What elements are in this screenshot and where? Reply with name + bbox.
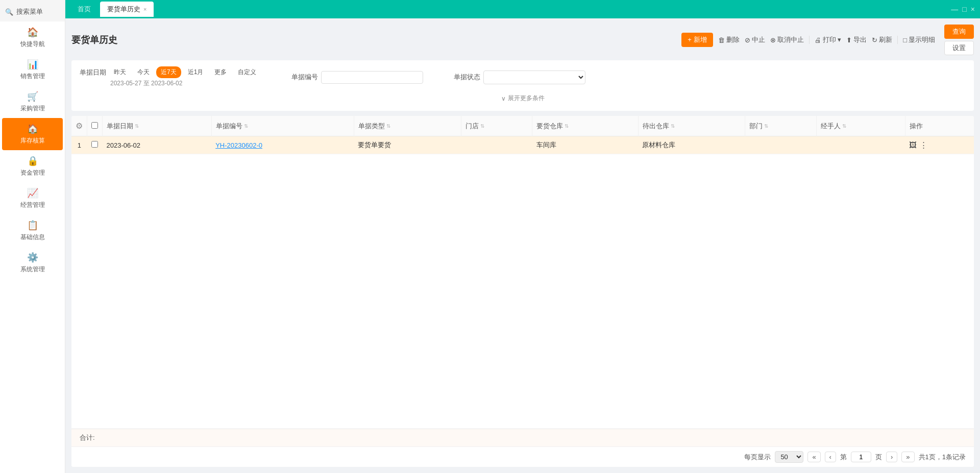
sidebar-item-label: 销售管理 — [20, 72, 45, 81]
delete-button[interactable]: 🗑 删除 — [718, 35, 740, 44]
sidebar-item-label: 快捷导航 — [20, 40, 45, 49]
tab-home-label: 首页 — [78, 5, 91, 14]
footer-summary: 合计: — [71, 429, 974, 446]
refresh-button[interactable]: ↻ 刷新 — [872, 35, 892, 44]
search-icon: 🔍 — [5, 8, 13, 16]
row-pending-warehouse: 原材料仓库 — [638, 136, 745, 154]
dept-sort-icon[interactable]: ⇅ — [764, 123, 768, 129]
expand-more-label: 展开更多条件 — [508, 94, 545, 103]
export-label: 导出 — [853, 35, 867, 44]
row-checkbox[interactable] — [91, 141, 98, 148]
page-size-label: 每页显示 — [744, 453, 771, 462]
show-detail-button[interactable]: □ 显示明细 — [903, 35, 935, 44]
row-order-no-link[interactable]: YH-20230602-0 — [215, 141, 262, 149]
delete-label: 删除 — [726, 35, 740, 44]
delete-icon: 🗑 — [718, 36, 725, 44]
page-title: 要货单历史 — [71, 34, 117, 46]
row-actions: 🖼 ⋮ — [905, 136, 974, 154]
date-range-text: 2023-05-27 至 2023-06-02 — [110, 79, 182, 88]
th-date-label: 单据日期 — [107, 122, 133, 131]
stop-icon: ⊘ — [745, 36, 750, 44]
row-view-icon[interactable]: 🖼 — [909, 140, 917, 150]
sidebar-item-operations[interactable]: 📈 经营管理 — [0, 182, 65, 215]
first-page-btn[interactable]: « — [807, 452, 820, 462]
date-btn-more[interactable]: 更多 — [210, 66, 231, 78]
row-handler — [817, 136, 905, 154]
expand-more-btn[interactable]: ∨ 展开更多条件 — [80, 92, 966, 105]
sidebar-search[interactable]: 🔍 搜索菜单 — [0, 0, 65, 21]
pagination-bar: 每页显示 10 20 50 100 « ‹ 第 页 › » 共1页，1条记录 — [71, 446, 974, 467]
th-actions-label: 操作 — [910, 122, 923, 130]
store-sort-icon[interactable]: ⇅ — [480, 123, 484, 129]
query-button[interactable]: 查询 — [944, 25, 974, 39]
last-page-btn[interactable]: » — [901, 452, 914, 462]
sidebar-item-sales[interactable]: 📊 销售管理 — [0, 54, 65, 86]
print-button[interactable]: 🖨 打印 ▾ — [815, 35, 842, 44]
sidebar-item-label: 采购管理 — [20, 104, 45, 113]
next-page-btn[interactable]: › — [886, 452, 897, 462]
cancel-stop-button[interactable]: ⊗ 取消中止 — [770, 35, 804, 44]
pending-warehouse-sort-icon[interactable]: ⇅ — [671, 123, 675, 129]
row-num: 1 — [71, 136, 87, 154]
window-minimize-icon[interactable]: — — [951, 5, 958, 13]
status-label: 单据状态 — [454, 73, 480, 82]
sidebar-item-label: 系统管理 — [20, 265, 45, 274]
sidebar-item-purchase[interactable]: 🛒 采购管理 — [0, 86, 65, 118]
window-restore-icon[interactable]: □ — [962, 5, 966, 13]
data-table: ⚙ 单据日期 ⇅ 单据编号 — [71, 116, 974, 154]
th-dept-label: 部门 — [749, 122, 763, 131]
th-type: 单据类型 ⇅ — [354, 116, 461, 136]
th-handler: 经手人 ⇅ — [817, 116, 905, 136]
export-icon: ⬆ — [846, 36, 852, 44]
req-warehouse-sort-icon[interactable]: ⇅ — [565, 123, 569, 129]
new-button[interactable]: + 新增 — [681, 33, 713, 47]
sidebar-item-label: 资金管理 — [20, 169, 45, 177]
sidebar-item-quick-nav[interactable]: 🏠 快捷导航 — [0, 21, 65, 54]
header-actions: + 新增 🗑 删除 ⊘ 中止 ⊗ 取消中止 🖨 打印 ▾ — [681, 25, 974, 55]
chevron-down-icon: ∨ — [501, 95, 506, 102]
page-size-select[interactable]: 10 20 50 100 — [775, 451, 803, 463]
sidebar-item-system[interactable]: ⚙️ 系统管理 — [0, 247, 65, 279]
th-handler-label: 经手人 — [821, 122, 841, 131]
sidebar-item-finance[interactable]: 🔒 资金管理 — [0, 150, 65, 182]
basic-info-icon: 📋 — [27, 220, 38, 231]
date-btn-custom[interactable]: 自定义 — [233, 66, 261, 78]
tab-order-history[interactable]: 要货单历史 × — [100, 2, 154, 17]
table-settings-icon[interactable]: ⚙ — [76, 122, 83, 130]
tab-close-icon[interactable]: × — [143, 6, 146, 12]
stop-button[interactable]: ⊘ 中止 — [745, 35, 765, 44]
sidebar-item-inventory[interactable]: 🏠 库存核算 — [2, 118, 63, 150]
th-pending-warehouse-label: 待出仓库 — [643, 122, 669, 131]
th-req-warehouse-label: 要货仓库 — [536, 122, 563, 131]
handler-sort-icon[interactable]: ⇅ — [842, 123, 846, 129]
settings-button[interactable]: 设置 — [944, 41, 974, 55]
status-select[interactable] — [483, 70, 585, 84]
refresh-icon: ↻ — [872, 36, 877, 44]
export-button[interactable]: ⬆ 导出 — [846, 35, 867, 44]
chart-icon: 📊 — [27, 59, 38, 70]
tab-home[interactable]: 首页 — [70, 2, 98, 17]
divider-2 — [897, 36, 898, 44]
page-header: 要货单历史 + 新增 🗑 删除 ⊘ 中止 ⊗ 取消中止 🖨 打 — [71, 25, 974, 55]
cancel-stop-label: 取消中止 — [777, 35, 804, 44]
type-sort-icon[interactable]: ⇅ — [386, 123, 390, 129]
order-no-input[interactable] — [321, 71, 423, 84]
select-all-checkbox[interactable] — [91, 122, 98, 129]
date-btn-yesterday[interactable]: 昨天 — [109, 66, 131, 78]
tab-actions: — □ × — [951, 5, 975, 13]
table-row: 1 2023-06-02 YH-20230602-0 要货单要货 — [71, 136, 974, 154]
window-close-icon[interactable]: × — [971, 5, 975, 13]
sidebar-item-basic-info[interactable]: 📋 基础信息 — [0, 215, 65, 247]
home-icon: 🏠 — [27, 27, 38, 38]
order-no-sort-icon[interactable]: ⇅ — [244, 123, 248, 129]
divider-1 — [809, 36, 810, 44]
date-btn-last7days[interactable]: 近7天 — [156, 66, 181, 78]
row-more-icon[interactable]: ⋮ — [920, 140, 927, 150]
prev-page-btn[interactable]: ‹ — [825, 452, 836, 462]
th-store-label: 门店 — [465, 122, 479, 131]
page-number-input[interactable] — [851, 452, 871, 462]
date-btn-today[interactable]: 今天 — [133, 66, 154, 78]
date-sort-icon[interactable]: ⇅ — [135, 123, 139, 129]
system-icon: ⚙️ — [27, 252, 38, 263]
date-btn-last1month[interactable]: 近1月 — [183, 66, 208, 78]
